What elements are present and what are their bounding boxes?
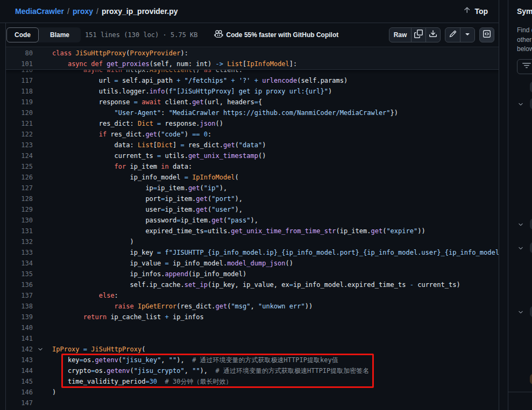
code-token: (self, num: int) (150, 60, 216, 68)
line-number[interactable]: 145 (6, 376, 33, 387)
code-token: ip_info_model (130, 174, 185, 181)
line-number[interactable]: 141 (6, 333, 33, 344)
symbol-expand-chevron-icon[interactable] (517, 308, 524, 314)
code-token: ip_item. (157, 184, 188, 192)
line-number[interactable]: 137 (6, 290, 33, 301)
code-token: () (215, 120, 223, 127)
code-token: (ip_item. (336, 227, 371, 235)
code-token: ] (173, 141, 180, 149)
edit-file-button[interactable] (445, 28, 460, 42)
line-number[interactable]: 126 (6, 172, 33, 183)
breadcrumb-repo-link[interactable]: MediaCrawler (15, 7, 64, 16)
code-token: else (99, 292, 115, 299)
code-text: password=ip_item.get("pass"), (52, 215, 499, 226)
line-number[interactable]: 136 (6, 279, 33, 290)
line-number[interactable]: 132 (6, 236, 33, 247)
code-text: ) (52, 236, 499, 247)
line-number[interactable]: 130 (6, 215, 33, 226)
download-raw-button[interactable] (425, 28, 440, 42)
symbol-item[interactable] (530, 242, 532, 253)
gutter-spacer (33, 107, 52, 118)
symbol-expand-chevron-icon[interactable] (517, 220, 524, 227)
gutter-spacer (33, 129, 52, 140)
line-number[interactable]: 134 (6, 258, 33, 269)
tab-blame[interactable]: Blame (39, 27, 81, 42)
line-number[interactable]: 143 (6, 355, 33, 365)
symbol-item[interactable] (530, 374, 532, 384)
symbols-panel-toggle[interactable] (479, 27, 494, 42)
line-number[interactable]: 144 (6, 365, 33, 376)
code-view: 116 async with httpx.AsyncClient() as cl… (6, 48, 499, 410)
code-token: get_proxies (107, 60, 149, 68)
line-number[interactable]: 117 (6, 75, 33, 86)
code-token: raise (115, 303, 134, 310)
breadcrumb-folder-link[interactable]: proxy (73, 7, 93, 16)
symbol-expand-chevron-icon[interactable] (517, 100, 524, 106)
line-number[interactable]: 118 (6, 86, 33, 97)
line-number[interactable]: 120 (6, 107, 33, 118)
code-blame-switcher: Code Blame (6, 27, 81, 42)
code-token: "unkown err" (258, 303, 305, 310)
code-panel-right-border (499, 0, 499, 410)
code-line-130: 130 password=ip_item.get("pass"), (6, 215, 499, 226)
code-token: time_validity_period (68, 378, 146, 385)
code-token: }) (391, 109, 398, 117)
line-number[interactable]: 125 (6, 161, 33, 172)
line-number[interactable]: 133 (6, 247, 33, 258)
symbols-filter-button[interactable] (517, 59, 532, 74)
code-text: async def get_proxies(self, num: int) ->… (52, 59, 499, 69)
line-number[interactable]: 101 (6, 59, 33, 69)
code-token: ip_item. (165, 206, 196, 213)
line-number[interactable]: 119 (6, 97, 33, 107)
symbol-expand-chevron-icon[interactable] (517, 244, 524, 250)
gutter-spacer (33, 269, 52, 279)
code-token: ), (235, 195, 243, 203)
line-number[interactable]: 121 (6, 118, 33, 129)
gutter-spacer (33, 150, 52, 161)
back-to-top-button[interactable]: Top (463, 6, 488, 17)
edit-dropdown-button[interactable] (460, 28, 474, 42)
code-line-124: 124 current_ts = utils.get_unix_timestam… (6, 150, 499, 161)
raw-button[interactable]: Raw (389, 28, 411, 42)
code-token: "MediaCrawler https://github.com/NanmiCo… (169, 109, 391, 117)
line-number[interactable]: 131 (6, 226, 33, 236)
back-to-top-label: Top (474, 7, 488, 16)
line-number[interactable]: 140 (6, 322, 33, 333)
line-number[interactable]: 135 (6, 269, 33, 279)
line-number[interactable]: 139 (6, 312, 33, 322)
code-token: IpGetError (138, 303, 176, 310)
code-token: (url, headers (204, 98, 254, 106)
line-number[interactable]: 123 (6, 140, 33, 150)
line-number[interactable]: 129 (6, 204, 33, 215)
symbols-sidebar: Symbols Find definitions and references … (508, 0, 532, 410)
code-token: = (83, 346, 87, 353)
code-token: info (150, 88, 165, 95)
code-symbols-icon (483, 30, 491, 40)
line-number[interactable]: 124 (6, 150, 33, 161)
code-token: "msg" (231, 303, 250, 310)
line-number[interactable]: 147 (6, 398, 33, 408)
line-number[interactable]: 142 (6, 344, 33, 355)
line-number[interactable]: 122 (6, 129, 33, 140)
line-number[interactable]: 80 (6, 48, 33, 59)
line-number[interactable]: 146 (6, 387, 33, 398)
tab-code[interactable]: Code (6, 27, 39, 42)
symbol-item[interactable] (530, 306, 532, 317)
symbol-item[interactable] (530, 219, 532, 229)
fold-chevron-icon[interactable] (33, 344, 52, 355)
code-token: self.api_path (118, 77, 176, 84)
code-text (52, 398, 499, 408)
symbol-item[interactable] (530, 98, 532, 109)
line-number[interactable]: 127 (6, 183, 33, 193)
line-number[interactable]: 138 (6, 301, 33, 312)
code-token: data: (115, 141, 138, 149)
gutter-spacer (33, 333, 52, 344)
code-token: (ip_key, ip_value, ex (208, 281, 289, 289)
symbol-item[interactable] (530, 82, 532, 92)
code-text: port=ip_item.get("port"), (52, 193, 499, 204)
code-token: utils.logger. (99, 88, 150, 95)
code-token: in (161, 163, 168, 170)
line-number[interactable]: 128 (6, 193, 33, 204)
copy-raw-button[interactable] (411, 28, 425, 42)
code-token (153, 120, 157, 127)
